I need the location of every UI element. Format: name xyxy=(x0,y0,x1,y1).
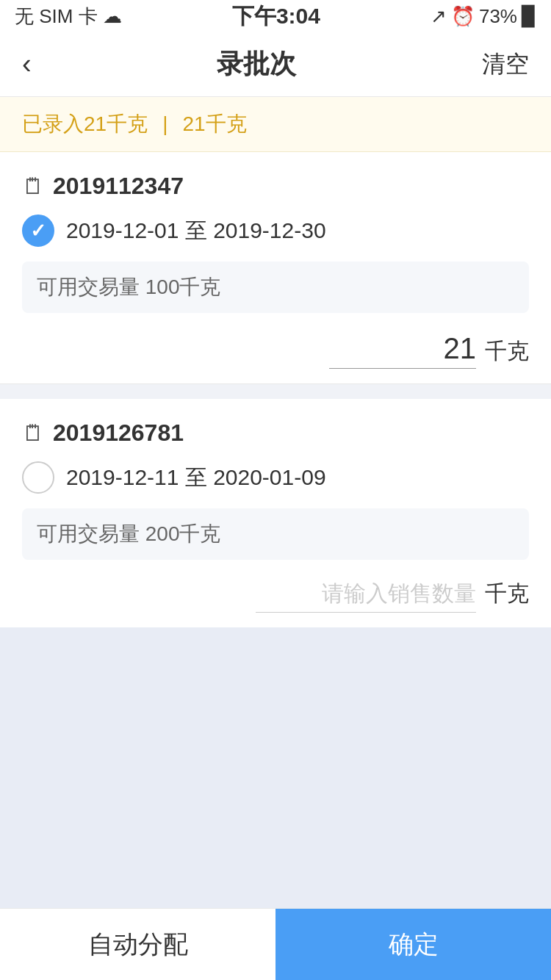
card-separator-1 xyxy=(0,384,551,399)
location-icon: ↗ xyxy=(431,5,447,28)
auto-distribute-button[interactable]: 自动分配 xyxy=(0,909,276,980)
alarm-icon: ⏰ xyxy=(451,5,475,28)
batch-card-2: 🗒 2019126781 2019-12-11 至 2020-01-09 可用交… xyxy=(0,399,551,627)
page-title: 录批次 xyxy=(217,46,296,82)
content-area: 🗒 2019112347 2019-12-01 至 2019-12-30 可用交… xyxy=(0,152,551,980)
status-left: 无 SIM 卡 ☁ xyxy=(15,4,122,29)
status-time: 下午3:04 xyxy=(232,1,320,32)
clear-button[interactable]: 清空 xyxy=(482,48,529,81)
batch-2-radio[interactable] xyxy=(22,461,54,494)
batch-2-input-unit: 千克 xyxy=(485,579,529,609)
batch-1-date-row[interactable]: 2019-12-01 至 2019-12-30 xyxy=(0,207,551,254)
batch-1-quantity-underline: 21 xyxy=(329,332,476,369)
batch-2-date: 2019-12-11 至 2020-01-09 xyxy=(66,463,326,493)
battery-icon: ▉ xyxy=(522,5,536,28)
status-right: ↗ ⏰ 73% ▉ xyxy=(431,5,536,28)
batch-1-header: 🗒 2019112347 xyxy=(0,152,551,207)
no-sim-text: 无 SIM 卡 ☁ xyxy=(15,4,122,29)
batch-2-header: 🗒 2019126781 xyxy=(0,399,551,454)
batch-1-number: 2019112347 xyxy=(53,173,184,200)
batch-1-available: 可用交易量 100千克 xyxy=(22,262,529,313)
summary-divider: | xyxy=(162,112,168,136)
batch-1-quantity-value: 21 xyxy=(444,332,477,364)
batch-1-quantity-row: 21 千克 xyxy=(0,325,551,384)
confirm-button[interactable]: 确定 xyxy=(276,909,551,980)
summary-bar: 已录入21千克 | 21千克 xyxy=(0,97,551,152)
batch-2-date-row[interactable]: 2019-12-11 至 2020-01-09 xyxy=(0,454,551,501)
back-button[interactable]: ‹ xyxy=(22,48,32,80)
batch-2-number: 2019126781 xyxy=(53,419,184,447)
recorded-label: 已录入21千克 xyxy=(22,110,148,138)
empty-area xyxy=(0,627,551,951)
batch-1-icon: 🗒 xyxy=(22,174,44,199)
batch-card-1: 🗒 2019112347 2019-12-01 至 2019-12-30 可用交… xyxy=(0,152,551,384)
status-bar: 无 SIM 卡 ☁ 下午3:04 ↗ ⏰ 73% ▉ xyxy=(0,0,551,32)
batch-2-input-placeholder[interactable]: 请输入销售数量 xyxy=(256,579,476,613)
batch-2-available: 可用交易量 200千克 xyxy=(22,508,529,560)
nav-bar: ‹ 录批次 清空 xyxy=(0,32,551,97)
summary-value: 21千克 xyxy=(182,110,246,138)
batch-1-radio[interactable] xyxy=(22,215,54,247)
batch-1-date: 2019-12-01 至 2019-12-30 xyxy=(66,216,326,246)
bottom-bar: 自动分配 确定 xyxy=(0,908,551,980)
batch-2-input-row[interactable]: 请输入销售数量 千克 xyxy=(0,572,551,627)
batch-2-icon: 🗒 xyxy=(22,421,44,446)
batch-1-quantity-unit: 千克 xyxy=(485,336,529,367)
battery-text: 73% xyxy=(479,5,517,28)
